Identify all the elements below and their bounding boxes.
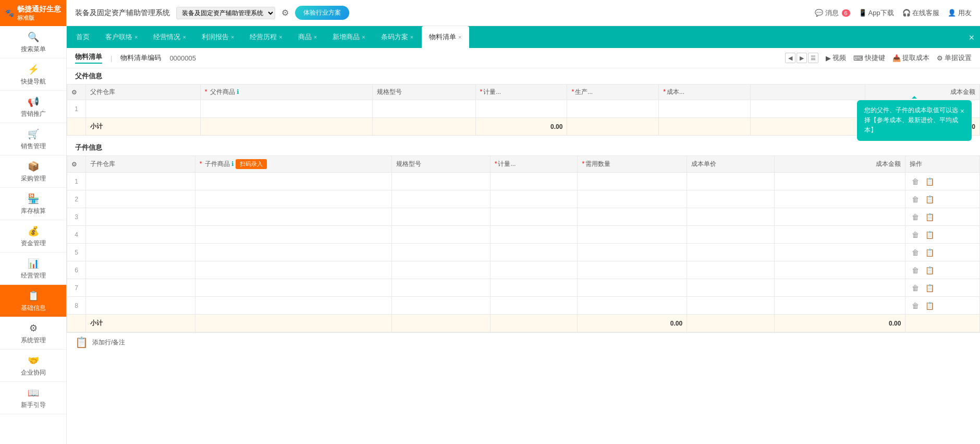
sidebar-item-marketing[interactable]: 📢 营销推广 [0, 91, 66, 123]
child-row-2-spec[interactable] [392, 190, 491, 208]
child-row-4-product[interactable] [195, 226, 391, 244]
action-shortcut[interactable]: ⌨ 快捷键 [853, 53, 885, 63]
child-row-1-unit[interactable] [490, 173, 578, 190]
child-row-8-spec[interactable] [392, 297, 491, 315]
tab-products-close[interactable]: × [314, 34, 317, 40]
delete-icon-row-7[interactable]: 🗑 [910, 283, 921, 293]
nav-next[interactable]: ▶ [797, 53, 807, 63]
app-download-link[interactable]: 📱 App下载 [859, 8, 894, 18]
parent-row-1-product[interactable] [200, 100, 372, 118]
parent-row-1-cost[interactable] [659, 100, 751, 118]
child-row-2-qty[interactable] [578, 190, 687, 208]
child-row-1-product[interactable] [195, 173, 391, 190]
sidebar-item-system[interactable]: ⚙ 系统管理 [0, 317, 66, 350]
sidebar-item-search[interactable]: 🔍 搜索菜单 [0, 26, 66, 58]
info-icon[interactable]: ℹ [237, 88, 239, 95]
copy-icon-row-4[interactable]: 📋 [923, 230, 936, 240]
child-row-5-spec[interactable] [392, 244, 491, 261]
tab-bom-close[interactable]: × [458, 34, 461, 40]
child-row-7-warehouse[interactable] [86, 279, 195, 297]
delete-icon-row-4[interactable]: 🗑 [910, 230, 921, 240]
tab-profit[interactable]: 利润报告 × [194, 26, 241, 48]
child-row-1-spec[interactable] [392, 173, 491, 190]
online-service-link[interactable]: 🎧 在线客服 [902, 8, 940, 18]
parent-row-1-spec[interactable] [372, 100, 475, 118]
action-extract-cost[interactable]: 📥 提取成本 [892, 53, 929, 63]
sidebar-item-finance[interactable]: 💰 资金管理 [0, 220, 66, 253]
child-row-8-qty[interactable] [578, 297, 687, 315]
child-row-8-unit[interactable] [490, 297, 578, 315]
child-row-3-spec[interactable] [392, 208, 491, 226]
system-select[interactable]: 装备及固定资产辅助管理系统 [176, 7, 275, 19]
tab-products[interactable]: 商品 × [291, 26, 324, 48]
child-row-1-qty[interactable] [578, 173, 687, 190]
parent-row-1-unit[interactable] [475, 100, 567, 118]
close-all-tabs[interactable]: ✕ [969, 33, 975, 42]
tab-customers-close[interactable]: × [134, 34, 138, 40]
child-row-8-warehouse[interactable] [86, 297, 195, 315]
child-row-5-qty[interactable] [578, 244, 687, 261]
child-row-7-qty[interactable] [578, 279, 687, 297]
delete-icon-row-3[interactable]: 🗑 [910, 212, 921, 222]
trial-button[interactable]: 体验行业方案 [295, 6, 349, 20]
sidebar-item-sales[interactable]: 🛒 销售管理 [0, 123, 66, 155]
child-row-5-unit-cost[interactable] [687, 244, 775, 261]
tab-operations[interactable]: 经营情况 × [146, 26, 193, 48]
child-row-7-unit-cost[interactable] [687, 279, 775, 297]
delete-icon-row-2[interactable]: 🗑 [910, 194, 921, 205]
child-row-3-unit[interactable] [490, 208, 578, 226]
sidebar-item-inventory[interactable]: 🏪 库存核算 [0, 188, 66, 220]
delete-icon-row-5[interactable]: 🗑 [910, 247, 921, 258]
child-row-4-qty[interactable] [578, 226, 687, 244]
child-row-4-spec[interactable] [392, 226, 491, 244]
child-info-icon[interactable]: ℹ [231, 160, 234, 167]
child-row-5-product[interactable] [195, 244, 391, 261]
child-row-6-unit-cost[interactable] [687, 261, 775, 279]
action-video[interactable]: ▶ 视频 [826, 53, 846, 63]
child-row-6-unit[interactable] [490, 261, 578, 279]
copy-icon-row-7[interactable]: 📋 [923, 283, 936, 293]
delete-icon-row-1[interactable]: 🗑 [910, 176, 921, 187]
delete-icon-row-8[interactable]: 🗑 [910, 301, 921, 311]
child-row-2-unit-cost[interactable] [687, 190, 775, 208]
tab-home[interactable]: 首页 [69, 26, 97, 48]
copy-icon-row-3[interactable]: 📋 [923, 212, 936, 222]
child-row-7-spec[interactable] [392, 279, 491, 297]
copy-icon-row-1[interactable]: 📋 [923, 176, 936, 187]
tab-barcode[interactable]: 条码方案 × [374, 26, 421, 48]
sidebar-item-quick-nav[interactable]: ⚡ 快捷导航 [0, 58, 66, 91]
nav-prev[interactable]: ◀ [785, 53, 795, 63]
copy-icon-row-6[interactable]: 📋 [923, 265, 936, 275]
tab-new-products[interactable]: 新增商品 × [325, 26, 372, 48]
sidebar-item-purchase[interactable]: 📦 采购管理 [0, 155, 66, 188]
tooltip-close[interactable]: × [960, 105, 964, 117]
sidebar-item-enterprise[interactable]: 🤝 企业协同 [0, 350, 66, 382]
system-dropdown[interactable]: 装备及固定资产辅助管理系统 [176, 7, 275, 19]
tab-operations-close[interactable]: × [182, 34, 186, 40]
parent-row-1-warehouse[interactable] [86, 100, 201, 118]
tab-biz-history[interactable]: 经营历程 × [242, 26, 289, 48]
sidebar-item-guide[interactable]: 📖 新手引导 [0, 382, 66, 414]
child-row-4-warehouse[interactable] [86, 226, 195, 244]
child-row-6-warehouse[interactable] [86, 261, 195, 279]
sidebar-item-operations[interactable]: 📊 经营管理 [0, 253, 66, 285]
child-row-2-warehouse[interactable] [86, 190, 195, 208]
child-row-7-product[interactable] [195, 279, 391, 297]
sidebar-item-basic-info[interactable]: 📋 基础信息 [0, 285, 66, 317]
tab-barcode-close[interactable]: × [410, 34, 413, 40]
child-row-3-qty[interactable] [578, 208, 687, 226]
child-row-5-unit[interactable] [490, 244, 578, 261]
child-row-6-product[interactable] [195, 261, 391, 279]
user-avatar[interactable]: 👤 用友 [948, 8, 972, 18]
parent-row-1-production[interactable] [567, 100, 659, 118]
nav-menu[interactable]: ☰ [808, 53, 818, 63]
child-row-2-unit[interactable] [490, 190, 578, 208]
messages-link[interactable]: 💬 消息 6 [815, 8, 850, 18]
action-single-settings[interactable]: ⚙ 单据设置 [937, 53, 972, 63]
settings-icon[interactable]: ⚙ [281, 8, 289, 18]
breadcrumb-bom[interactable]: 物料清单 [75, 52, 102, 64]
tab-biz-history-close[interactable]: × [279, 34, 282, 40]
child-row-7-unit[interactable] [490, 279, 578, 297]
child-row-6-spec[interactable] [392, 261, 491, 279]
child-row-1-warehouse[interactable] [86, 173, 195, 190]
